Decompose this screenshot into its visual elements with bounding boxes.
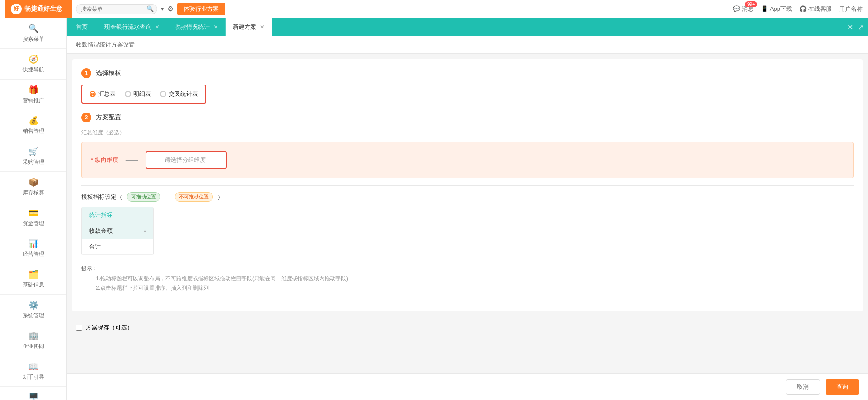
user-name[interactable]: 用户名称: [839, 5, 863, 13]
sidebar-item-sales[interactable]: 💰 销售管理: [0, 110, 66, 141]
bottom-bar: 取消 查询: [67, 373, 868, 400]
main-panel: 1 选择模板 汇总表: [72, 59, 863, 311]
save-option: 方案保存（可选）: [67, 317, 868, 338]
radio-summary-label: 汇总表: [98, 90, 116, 98]
dimension-label-text: 汇总维度（必选）: [81, 129, 125, 136]
trial-button[interactable]: 体验行业方案: [177, 3, 225, 15]
indicator-cell-total: 合计: [82, 239, 153, 255]
tab-home[interactable]: 首页: [67, 18, 97, 36]
header-right: 💬 消息 99+ 📱 App下载 🎧 在线客服 用户名称: [733, 5, 863, 13]
radio-cross-label: 交叉统计表: [169, 90, 198, 98]
tab-bar: 首页 现金银行流水查询 ✕ 收款情况统计 ✕ 新建方案 ✕ ✕ ⤢: [67, 18, 868, 36]
breadcrumb: 收款情况统计方案设置: [67, 36, 868, 54]
indicator-header: 模板指标设定（ 可拖动位置 不可拖动位置 ）: [81, 192, 854, 202]
dimension-select-btn[interactable]: 请选择分组维度: [146, 151, 227, 169]
menu-dropdown-icon[interactable]: ▾: [161, 6, 164, 12]
sidebar-label-corp: 企业协同: [23, 343, 44, 350]
sidebar-item-marketing[interactable]: 🎁 营销推广: [0, 80, 66, 110]
radio-summary[interactable]: 汇总表: [90, 90, 116, 98]
tips-title: 提示：: [81, 265, 98, 272]
radio-detail-btn: [125, 91, 131, 97]
service-label: 在线客服: [808, 5, 832, 13]
cancel-button[interactable]: 取消: [786, 379, 820, 395]
logo-icon: 好: [11, 4, 22, 14]
sidebar-label-finance: 资金管理: [23, 220, 44, 227]
sidebar-item-base[interactable]: 🗂️ 基础信息: [0, 264, 66, 295]
indicator-col-header[interactable]: 收款金额 ▾: [82, 223, 153, 239]
tips-area: 提示： 1.拖动标题栏可以调整布局，不可跨维度或指标区域拖动栏目字段(只能在同一…: [81, 264, 854, 293]
sidebar-item-purchase[interactable]: 🛒 采购管理: [0, 141, 66, 172]
indicator-table: 统计指标 收款金额 ▾ 合计: [81, 207, 154, 255]
indicator-table-header-text: 统计指标: [89, 212, 113, 218]
sidebar-item-search[interactable]: 🔍 搜索菜单: [0, 18, 66, 49]
sidebar-label-nav: 快捷导航: [23, 66, 44, 74]
non-draggable-badge: 不可拖动位置: [175, 192, 213, 202]
step1-section: 1 选择模板 汇总表: [81, 68, 854, 104]
sidebar-label-guide: 新手引导: [23, 373, 44, 381]
settings-icon[interactable]: ⚙: [167, 5, 174, 13]
content-area: 首页 现金银行流水查询 ✕ 收款情况统计 ✕ 新建方案 ✕ ✕ ⤢: [67, 18, 868, 400]
tab-receipts[interactable]: 收款情况统计 ✕: [167, 18, 226, 36]
tab-maximize-icon[interactable]: ⤢: [858, 23, 863, 32]
tab-new-plan[interactable]: 新建方案 ✕: [226, 18, 272, 36]
sidebar-label-operation: 经营管理: [23, 250, 44, 258]
purchase-icon: 🛒: [28, 146, 38, 156]
indicator-suffix: ）: [217, 193, 223, 201]
indicator-label: 模板指标设定（: [81, 193, 123, 201]
notif-count: 99+: [745, 1, 757, 7]
sidebar-label-sales: 销售管理: [23, 127, 44, 135]
page-content: 收款情况统计方案设置 1 选择模板: [67, 36, 868, 400]
sidebar-item-nav[interactable]: 🧭 快捷导航: [0, 49, 66, 80]
draggable-label: 可拖动位置: [131, 194, 156, 199]
sidebar-item-hardware[interactable]: 🖥️ 智能硬件: [0, 387, 66, 400]
col-header-text: 收款金额: [89, 227, 113, 235]
search-input[interactable]: [76, 4, 157, 14]
tab-receipts-close[interactable]: ✕: [213, 24, 218, 30]
message-icon: 💬: [733, 5, 740, 12]
sidebar-item-finance[interactable]: 💳 资金管理: [0, 202, 66, 233]
tab-cashflow-close[interactable]: ✕: [155, 24, 160, 30]
operation-icon: 📊: [28, 239, 38, 249]
tab-minimize-icon[interactable]: ✕: [847, 23, 853, 32]
sidebar-item-corp[interactable]: 🏢 企业协同: [0, 325, 66, 356]
marketing-icon: 🎁: [28, 85, 38, 95]
sidebar-label-base: 基础信息: [23, 281, 44, 289]
non-draggable-label: 不可拖动位置: [179, 194, 209, 199]
search-menu-icon: 🔍: [28, 24, 38, 33]
tab-bar-controls: ✕ ⤢: [847, 18, 868, 36]
step1-header: 1 选择模板: [81, 68, 854, 78]
finance-icon: 💳: [28, 208, 38, 218]
query-button[interactable]: 查询: [826, 379, 859, 395]
main-layout: 🔍 搜索菜单 🧭 快捷导航 🎁 营销推广 💰 销售管理 🛒 采购管理 📦 库存核…: [0, 0, 868, 400]
col-chevron-icon: ▾: [144, 229, 146, 234]
tab-new-plan-label: 新建方案: [233, 23, 256, 31]
tab-new-plan-close[interactable]: ✕: [260, 24, 264, 30]
sidebar-item-inventory[interactable]: 📦 库存核算: [0, 172, 66, 202]
sidebar-item-operation[interactable]: 📊 经营管理: [0, 233, 66, 264]
notification-badge[interactable]: 💬 消息 99+: [733, 5, 754, 13]
step1-title: 选择模板: [96, 69, 121, 77]
service-area[interactable]: 🎧 在线客服: [799, 5, 832, 13]
sidebar-item-guide[interactable]: 📖 新手引导: [0, 356, 66, 387]
radio-detail[interactable]: 明细表: [125, 90, 151, 98]
download-area[interactable]: 📱 App下载: [761, 5, 792, 13]
sidebar-item-system[interactable]: ⚙️ 系统管理: [0, 295, 66, 325]
download-icon: 📱: [761, 5, 768, 12]
step2-title: 方案配置: [96, 113, 121, 122]
step1-number: 1: [81, 68, 91, 78]
dimension-section-label: 汇总维度（必选）: [81, 129, 854, 136]
tab-home-label: 首页: [76, 23, 88, 31]
tip-item-2: 2.点击标题栏下拉可设置排序、插入列和删除列: [96, 283, 854, 293]
sidebar-label-system: 系统管理: [23, 312, 44, 320]
tab-cashflow[interactable]: 现金银行流水查询 ✕: [97, 18, 167, 36]
draggable-badge: 可拖动位置: [127, 192, 160, 202]
save-checkbox[interactable]: [76, 325, 82, 331]
radio-detail-label: 明细表: [133, 90, 151, 98]
system-icon: ⚙️: [28, 300, 38, 310]
download-label: App下载: [770, 5, 792, 13]
inventory-icon: 📦: [28, 177, 38, 187]
indicator-cell-total-text: 合计: [89, 243, 101, 250]
app-title: 畅捷通好生意: [24, 5, 62, 13]
radio-cross[interactable]: 交叉统计表: [160, 90, 198, 98]
logo-area: 好 畅捷通好生意: [5, 0, 72, 18]
